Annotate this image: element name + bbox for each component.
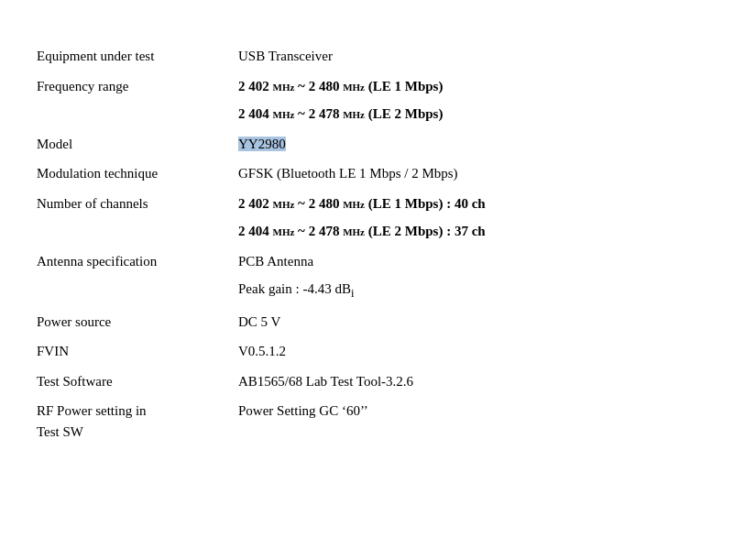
table-row: Modulation techniqueGFSK (Bluetooth LE 1…: [37, 158, 719, 188]
row-label-1: Frequency range: [37, 71, 238, 128]
table-row: ModelYY2980: [37, 128, 719, 159]
table-row: Test SoftwareAB1565/68 Lab Test Tool-3.2…: [37, 366, 719, 396]
row-label-9: RF Power setting inTest SW: [37, 395, 238, 445]
row-value-0-0: USB Transceiver: [238, 42, 719, 71]
row-value-8-0: AB1565/68 Lab Test Tool-3.2.6: [238, 366, 719, 396]
row-label-0: Equipment under test: [37, 42, 238, 71]
row-value-5-0: PCB Antenna: [238, 246, 719, 276]
eut-description-table: Equipment under testUSB TransceiverFrequ…: [37, 42, 719, 445]
table-row: Power sourceDC 5 V: [37, 306, 719, 336]
row-label-4: Number of channels: [37, 188, 238, 246]
row-value-1-1: 2 404 MHz ~ 2 478 MHz (LE 2 Mbps): [238, 100, 719, 128]
row-value-4-0: 2 402 MHz ~ 2 480 MHz (LE 1 Mbps) : 40 c…: [238, 188, 719, 218]
row-label-3: Modulation technique: [37, 158, 238, 188]
row-value-1-0: 2 402 MHz ~ 2 480 MHz (LE 1 Mbps): [238, 71, 719, 101]
row-value-3-0: GFSK (Bluetooth LE 1 Mbps / 2 Mbps): [238, 158, 719, 188]
row-value-4-1: 2 404 MHz ~ 2 478 MHz (LE 2 Mbps) : 37 c…: [238, 217, 719, 246]
row-label-7: FVIN: [37, 335, 238, 366]
table-row: Antenna specificationPCB Antenna: [37, 246, 719, 276]
table-row: FVINV0.5.1.2: [37, 335, 719, 366]
table-row: Equipment under testUSB Transceiver: [37, 42, 719, 71]
row-value-5-1: Peak gain : -4.43 dBi: [238, 275, 719, 306]
row-label-2: Model: [37, 128, 238, 159]
row-value-2-0: YY2980: [238, 128, 719, 159]
table-row: Number of channels2 402 MHz ~ 2 480 MHz …: [37, 188, 719, 218]
table-row: RF Power setting inTest SWPower Setting …: [37, 395, 719, 445]
row-label-8: Test Software: [37, 366, 238, 396]
row-label-6: Power source: [37, 306, 238, 336]
row-value-6-0: DC 5 V: [238, 306, 719, 336]
table-row: Frequency range2 402 MHz ~ 2 480 MHz (LE…: [37, 71, 719, 101]
row-label-5: Antenna specification: [37, 246, 238, 306]
row-value-9-0: Power Setting GC ‘60’’: [238, 395, 719, 445]
row-value-7-0: V0.5.1.2: [238, 335, 719, 366]
